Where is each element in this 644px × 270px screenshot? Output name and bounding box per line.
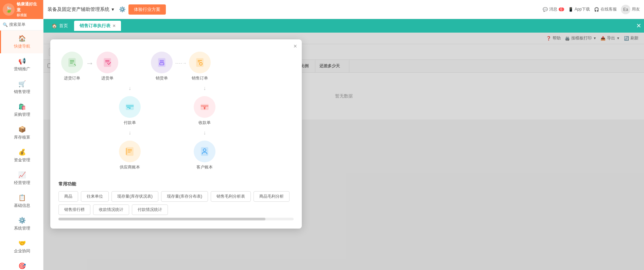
sales-bill-label: 销货单	[156, 75, 168, 81]
settings-gear-icon[interactable]: ⚙️	[119, 6, 126, 13]
message-icon: 💬	[543, 7, 548, 12]
sidebar-item-newbie[interactable]: 🎯 新手引导	[0, 258, 43, 270]
common-functions: 常用功能 商品 往来单位 现存量(库存状况表) 现存量(库存分布表) 销售毛利分…	[58, 181, 294, 215]
sidebar-item-label: 营销推广	[14, 66, 30, 72]
content: ❓ 帮助 🖨️ 按模板打印 ▼ 📤 导出 ▼ 🔄 刷新	[43, 33, 644, 270]
purchase-icon: 🛍️	[18, 103, 26, 110]
flow-col-customer: ↓ 客户账本	[181, 130, 228, 174]
enterprise-icon: 🤝	[18, 239, 26, 247]
sidebar-item-purchase[interactable]: 🛍️ 采购管理	[0, 99, 43, 122]
online-service-label: 在线客服	[601, 6, 617, 12]
flow-modal: × 进货订单	[50, 39, 302, 229]
close-main-btn[interactable]: ✕	[636, 22, 641, 30]
online-service-btn[interactable]: 🎧 在线客服	[594, 6, 617, 12]
sidebar-item-marketing[interactable]: 📢 营销推广	[0, 53, 43, 76]
flow-sales-bill[interactable]: 销货单	[148, 48, 175, 85]
sidebar-search[interactable]: 🔍 搜索菜单	[0, 19, 43, 31]
func-btn-sales-rank[interactable]: 销售排行榜	[58, 204, 90, 215]
func-btn-sales-margin[interactable]: 销售毛利分析表	[211, 191, 251, 202]
search-icon: 🔍	[3, 22, 8, 27]
func-btn-payment-stats[interactable]: 付款情况统计	[132, 204, 168, 215]
sales-order-label: 销售订单	[192, 75, 208, 81]
sidebar-item-sales[interactable]: 🛒 销售管理	[0, 76, 43, 99]
tab-home[interactable]: 🏠 首页	[46, 21, 73, 31]
home-tab-icon: 🏠	[52, 23, 57, 29]
flow-row-2: ↓ ¥ 付款单	[58, 85, 294, 130]
app-download-btn[interactable]: 📱 App下载	[568, 6, 590, 12]
sidebar-item-label: 系统管理	[14, 226, 30, 231]
tab-sales-order[interactable]: 销售订单执行表 ✕	[74, 21, 121, 31]
purchase-bill-icon-circle	[97, 52, 118, 73]
flow-purchase-order[interactable]: 进货订单	[58, 48, 86, 85]
system-title-dropdown[interactable]: 装备及固定资产辅助管理系统 ▼	[48, 6, 115, 13]
arrow-down-supplier: ↓	[128, 130, 131, 137]
func-btn-receipt-stats[interactable]: 收款情况统计	[93, 204, 129, 215]
func-btn-counterpart[interactable]: 往来单位	[81, 191, 109, 202]
topbar: 装备及固定资产辅助管理系统 ▼ ⚙️ 体验行业方案 💬 消息 6 📱 App下载…	[43, 0, 644, 19]
func-btn-product[interactable]: 商品	[58, 191, 78, 202]
sidebar-logo: 🍃 畅康通好生意 标准版	[0, 0, 43, 19]
svg-rect-7	[158, 58, 165, 67]
sales-icon: 🛒	[18, 80, 26, 88]
message-badge: 6	[559, 7, 564, 11]
receipt-icon-circle: ¥	[194, 96, 215, 118]
sys-mgmt-icon: ⚙️	[18, 217, 26, 224]
sidebar-item-operations[interactable]: 📈 经营管理	[0, 167, 43, 190]
svg-rect-0	[69, 58, 75, 67]
modal-close-btn[interactable]: ×	[293, 43, 297, 50]
sidebar-item-sys-mgmt[interactable]: ⚙️ 系统管理	[0, 213, 43, 235]
tab-home-label: 首页	[59, 23, 68, 29]
func-btn-stock-dist[interactable]: 现存量(库存分布表)	[161, 191, 208, 202]
overlay[interactable]: × 进货订单	[43, 33, 644, 270]
flow-diagram: 进货订单 → 进货单	[58, 48, 294, 174]
sidebar-item-finance[interactable]: 💰 资金管理	[0, 144, 43, 167]
flow-purchase-bill[interactable]: 进货单	[94, 48, 121, 85]
modal-scrollbar[interactable]	[58, 218, 294, 220]
message-btn[interactable]: 💬 消息 6	[543, 6, 564, 12]
basic-info-icon: 📋	[18, 194, 26, 201]
payment-icon-circle: ¥	[119, 96, 141, 118]
flow-supplier-ledger[interactable]: 供应商账本	[116, 137, 143, 174]
tab-close-icon[interactable]: ✕	[112, 24, 116, 28]
func-btn-stock-status[interactable]: 现存量(库存状况表)	[111, 191, 158, 202]
arrow-h2-dashed: - - - - →	[175, 61, 186, 66]
common-functions-title: 常用功能	[58, 181, 294, 187]
search-label: 搜索菜单	[9, 22, 25, 28]
arrow-down-customer: ↓	[203, 130, 206, 137]
flow-sales-order[interactable]: 销售订单	[186, 48, 213, 85]
finance-icon: 💰	[18, 148, 26, 156]
inventory-icon: 📦	[18, 126, 26, 133]
tabbar: 🏠 首页 销售订单执行表 ✕ ✕	[43, 19, 644, 33]
sidebar-item-basic-info[interactable]: 📋 基础信息	[0, 190, 43, 213]
experience-btn[interactable]: 体验行业方案	[128, 4, 166, 15]
main: 装备及固定资产辅助管理系统 ▼ ⚙️ 体验行业方案 💬 消息 6 📱 App下载…	[43, 0, 644, 270]
arrow-down-receipt: ↓	[203, 85, 206, 92]
sidebar-item-label: 企业协同	[14, 248, 30, 254]
sidebar-item-label: 经营管理	[14, 180, 30, 186]
system-title: 装备及固定资产辅助管理系统	[48, 6, 109, 13]
sidebar-item-enterprise[interactable]: 🤝 企业协同	[0, 235, 43, 258]
func-buttons-row1: 商品 往来单位 现存量(库存状况表) 现存量(库存分布表) 销售毛利分析表 商品…	[58, 191, 294, 202]
sidebar-item-quick-nav[interactable]: 🏠 快捷导航	[0, 31, 43, 53]
func-btn-product-margin[interactable]: 商品毛利分析	[254, 191, 290, 202]
flow-col-payment: ↓ ¥ 付款单	[106, 85, 154, 130]
flow-receipt[interactable]: ¥ 收款单	[191, 92, 218, 130]
customer-ledger-icon-circle	[194, 141, 215, 162]
flow-payment[interactable]: ¥ 付款单	[116, 92, 143, 130]
receipt-label: 收款单	[198, 120, 211, 126]
supplier-ledger-label: 供应商账本	[120, 164, 140, 170]
customer-ledger-label: 客户账本	[196, 164, 213, 170]
avatar-text: Ea	[623, 7, 628, 12]
sidebar-item-label: 基础信息	[14, 203, 30, 209]
avatar: Ea	[621, 5, 630, 14]
svg-rect-4	[104, 58, 111, 67]
flow-customer-ledger[interactable]: 客户账本	[191, 137, 218, 174]
flow-col-supplier: ↓ 供应商账本	[106, 130, 154, 174]
app-download-label: App下载	[575, 6, 590, 12]
user-menu[interactable]: Ea 用友	[621, 5, 640, 14]
logo-icon: 🍃	[3, 3, 15, 16]
home-icon: 🏠	[18, 35, 26, 42]
purchase-bill-label: 进货单	[101, 75, 114, 81]
sidebar-item-label: 快捷导航	[14, 43, 30, 49]
sidebar-item-inventory[interactable]: 📦 库存核算	[0, 122, 43, 144]
